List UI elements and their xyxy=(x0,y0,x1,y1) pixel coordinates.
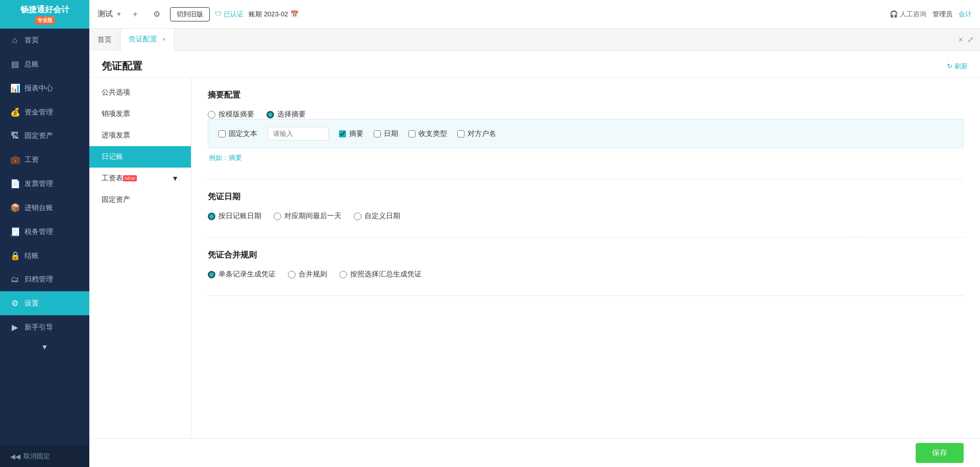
home-icon: ⌂ xyxy=(10,36,19,45)
admin-label[interactable]: 管理员 xyxy=(933,10,952,19)
period-display: 账期 2023-02 📅 xyxy=(249,10,299,19)
closing-icon: 🔒 xyxy=(10,251,19,261)
sidebar-item-archive[interactable]: 🗂 归档管理 xyxy=(0,268,89,291)
date-diary-radio[interactable] xyxy=(208,213,215,220)
merge-rule-option[interactable]: 合并规则 xyxy=(288,270,327,279)
topbar-right: 🎧 人工咨询 管理员 会计 xyxy=(890,10,972,19)
sidebar-item-reports[interactable]: 📊 报表中心 xyxy=(0,76,89,100)
summary-radio-row: 按模版摘要 选择摘要 xyxy=(208,110,964,119)
refresh-icon: ↻ xyxy=(947,62,952,70)
bottom-bar: 保存 xyxy=(89,438,980,467)
date-checkbox[interactable] xyxy=(374,130,381,137)
right-config-panel: 摘要配置 按模版摘要 选择摘要 xyxy=(191,78,980,467)
merge-single-option[interactable]: 单条记录生成凭证 xyxy=(208,270,276,279)
summary-template-option[interactable]: 按模版摘要 xyxy=(208,110,254,119)
tabbar: 首页 凭证配置 × × ⤢ xyxy=(89,29,980,51)
date-radio-row: 按日记账日期 对应期间最后一天 自定义日期 xyxy=(208,212,964,221)
tax-icon: 🧾 xyxy=(10,227,19,237)
company-dropdown-icon: ▼ xyxy=(116,11,122,18)
sidebar-item-guide[interactable]: ▶ 新手引导 xyxy=(0,315,89,339)
date-custom-radio[interactable] xyxy=(354,213,361,220)
sidebar-item-capital[interactable]: 💰 资金管理 xyxy=(0,100,89,124)
headset-icon: 🎧 xyxy=(890,10,898,18)
pro-badge: 专业版 xyxy=(35,16,55,25)
close-tab-voucher-config[interactable]: × xyxy=(162,36,166,43)
refresh-btn[interactable]: ↻ 刷新 xyxy=(947,62,968,71)
sidebar-item-tax[interactable]: 🧾 税务管理 xyxy=(0,220,89,244)
close-all-tabs-btn[interactable]: × xyxy=(959,35,963,44)
fixed-text-checkbox-label[interactable]: 固定文本 xyxy=(218,129,257,138)
app-name: 畅捷通好会计 xyxy=(20,5,69,15)
counterpart-checkbox-label[interactable]: 对方户名 xyxy=(457,129,496,138)
left-nav-sales-invoice[interactable]: 销项发票 xyxy=(89,103,191,125)
content-area: 凭证配置 ↻ 刷新 公共选项 销项发票 进项发票 日记账 xyxy=(89,51,980,467)
left-nav-fixed-assets[interactable]: 固定资产 xyxy=(89,189,191,211)
divider-2 xyxy=(208,237,964,238)
left-nav-public[interactable]: 公共选项 xyxy=(89,82,191,103)
summary-template-radio[interactable] xyxy=(208,111,215,119)
summary-checkbox[interactable] xyxy=(339,130,346,137)
main-content: 凭证配置 ↻ 刷新 公共选项 销项发票 进项发票 日记账 xyxy=(89,51,980,467)
summary-checkbox-row: 固定文本 摘要 日期 收支类型 xyxy=(208,119,964,148)
merge-config-section: 凭证合并规则 单条记录生成凭证 合并规则 按照选择汇总生成凭证 xyxy=(208,250,964,279)
switch-old-version-btn[interactable]: 切到旧版 xyxy=(170,7,210,21)
merge-rule-radio[interactable] xyxy=(288,271,296,278)
verified-badge: 🛡 已认证 xyxy=(215,10,243,19)
settings-btn[interactable]: ⚙ xyxy=(149,6,165,22)
page-header: 凭证配置 ↻ 刷新 xyxy=(89,51,980,78)
shield-icon: 🛡 xyxy=(215,10,222,18)
reports-icon: 📊 xyxy=(10,83,19,93)
sidebar-item-ledger[interactable]: ▤ 总账 xyxy=(0,52,89,76)
date-checkbox-label[interactable]: 日期 xyxy=(374,129,398,138)
left-nav-payroll[interactable]: 工资表 NEW ▼ xyxy=(89,168,191,189)
merge-section-title: 凭证合并规则 xyxy=(208,250,964,261)
date-diary-option[interactable]: 按日记账日期 xyxy=(208,212,261,221)
sidebar-item-purchase-sales[interactable]: 📦 进销台账 xyxy=(0,196,89,220)
sidebar-item-home[interactable]: ⌂ 首页 xyxy=(0,29,89,52)
summary-checkbox-label[interactable]: 摘要 xyxy=(339,129,363,138)
sidebar-item-closing[interactable]: 🔒 结账 xyxy=(0,244,89,268)
date-period-last-radio[interactable] xyxy=(274,213,281,220)
counterpart-checkbox[interactable] xyxy=(457,130,464,137)
expand-tab-btn[interactable]: ⤢ xyxy=(967,35,974,44)
date-period-last-option[interactable]: 对应期间最后一天 xyxy=(274,212,341,221)
left-nav-diary[interactable]: 日记账 xyxy=(89,146,191,168)
summary-select-radio[interactable] xyxy=(266,111,274,119)
divider-1 xyxy=(208,179,964,179)
summary-select-option[interactable]: 选择摘要 xyxy=(266,110,306,119)
sidebar-item-assets[interactable]: 🏗 固定资产 xyxy=(0,124,89,148)
sidebar-item-settings[interactable]: ⚙ 设置 xyxy=(0,291,89,315)
chevron-down-icon: ▼ xyxy=(172,174,179,182)
settings-icon: ⚙ xyxy=(10,298,19,308)
calendar-icon[interactable]: 📅 xyxy=(290,10,299,18)
summary-section-title: 摘要配置 xyxy=(208,90,964,101)
tab-home[interactable]: 首页 xyxy=(89,29,120,51)
app-logo[interactable]: 畅捷通好会计 专业版 xyxy=(0,0,89,29)
date-custom-option[interactable]: 自定义日期 xyxy=(354,212,400,221)
company-name[interactable]: 测试 ▼ xyxy=(97,9,122,19)
consult-btn[interactable]: 🎧 人工咨询 xyxy=(890,10,926,19)
merge-select-summary-option[interactable]: 按照选择汇总生成凭证 xyxy=(339,270,422,279)
new-badge: NEW xyxy=(123,175,137,181)
tabbar-actions: × ⤢ xyxy=(959,35,980,44)
payment-type-checkbox-label[interactable]: 收支类型 xyxy=(408,129,447,138)
sidebar-scroll-down[interactable]: ▼ xyxy=(0,339,89,355)
payment-type-checkbox[interactable] xyxy=(408,130,415,137)
sidebar-item-invoice[interactable]: 📄 发票管理 xyxy=(0,172,89,196)
sidebar-nav: ⌂ 首页 ▤ 总账 📊 报表中心 💰 资金管理 🏗 固定资产 💼 工资 📄 发票… xyxy=(0,29,89,446)
fixed-text-input[interactable] xyxy=(267,127,329,141)
role-label[interactable]: 会计 xyxy=(959,10,972,19)
cancel-pin-btn[interactable]: ◀◀ 取消固定 xyxy=(0,446,89,467)
save-button[interactable]: 保存 xyxy=(916,443,964,463)
archive-icon: 🗂 xyxy=(10,275,19,284)
summary-example: 例如：摘要 xyxy=(209,153,964,162)
tab-voucher-config[interactable]: 凭证配置 × xyxy=(120,29,175,51)
fixed-text-checkbox[interactable] xyxy=(218,130,226,137)
salary-icon: 💼 xyxy=(10,155,19,165)
merge-single-radio[interactable] xyxy=(208,271,215,278)
merge-radio-row: 单条记录生成凭证 合并规则 按照选择汇总生成凭证 xyxy=(208,270,964,279)
sidebar-item-salary[interactable]: 💼 工资 xyxy=(0,148,89,172)
merge-select-summary-radio[interactable] xyxy=(339,271,347,278)
left-nav-purchase-invoice[interactable]: 进项发票 xyxy=(89,125,191,146)
add-btn[interactable]: + xyxy=(127,6,143,22)
